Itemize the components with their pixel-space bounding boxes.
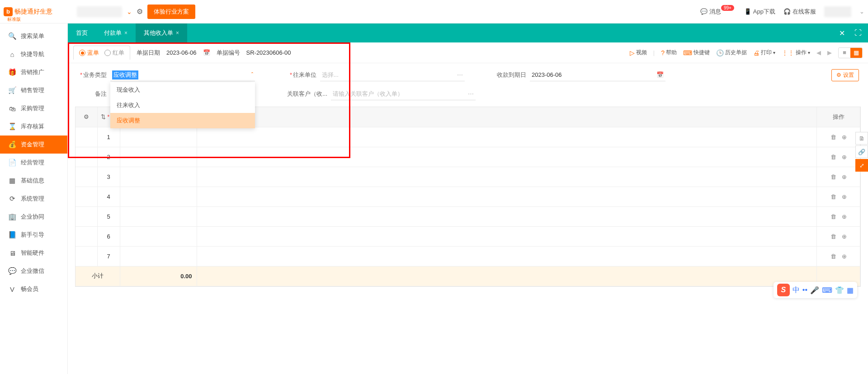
- row-amount-cell[interactable]: [120, 226, 197, 246]
- ime-menu-icon[interactable]: ▦: [847, 286, 854, 295]
- print-link[interactable]: 🖨打印▾: [753, 49, 775, 56]
- row-blank-cell[interactable]: [197, 147, 817, 167]
- row-blank-cell[interactable]: [197, 187, 817, 206]
- sidebar-item-enterprise[interactable]: 🏢企业协同: [0, 208, 67, 226]
- add-icon[interactable]: ⊕: [842, 193, 847, 200]
- table-row[interactable]: 3🗑⊕: [75, 167, 860, 187]
- sidebar-item-funds[interactable]: 💰资金管理: [0, 136, 67, 154]
- row-amount-cell[interactable]: [120, 167, 197, 187]
- sidebar-item-operation[interactable]: 📄经营管理: [0, 154, 67, 172]
- row-amount-cell[interactable]: [120, 246, 197, 266]
- add-icon[interactable]: ⊕: [842, 173, 847, 180]
- calendar-icon[interactable]: 📅: [656, 71, 664, 78]
- table-row[interactable]: 2🗑⊕: [75, 147, 860, 167]
- ime-mic-icon[interactable]: 🎤: [810, 286, 819, 295]
- table-row[interactable]: 5🗑⊕: [75, 206, 860, 226]
- row-blank-cell[interactable]: [197, 206, 817, 226]
- sidebar-item-guide[interactable]: 📘新手引导: [0, 226, 67, 244]
- online-service-link[interactable]: 🎧 在线客服: [783, 8, 816, 16]
- row-amount-cell[interactable]: [120, 187, 197, 206]
- close-icon[interactable]: ×: [124, 30, 127, 36]
- option-ar-adjust[interactable]: 应收调整: [110, 113, 255, 128]
- sidebar-item-member[interactable]: V畅会员: [0, 280, 67, 298]
- trial-industry-button[interactable]: 体验行业方案: [147, 5, 195, 19]
- add-icon[interactable]: ⊕: [842, 134, 847, 140]
- tab-other-income[interactable]: 其他收入单×: [136, 23, 187, 42]
- sidebar-item-wechat[interactable]: 💬企业微信: [0, 262, 67, 280]
- option-cash-income[interactable]: 现金收入: [110, 82, 255, 98]
- row-amount-cell[interactable]: [120, 147, 197, 167]
- row-blank-cell[interactable]: [197, 167, 817, 187]
- table-row[interactable]: 6🗑⊕: [75, 226, 860, 246]
- delete-icon[interactable]: 🗑: [830, 154, 836, 160]
- link-tool[interactable]: 🔗: [855, 145, 868, 158]
- sidebar-item-inventory[interactable]: ⌛库存核算: [0, 117, 67, 136]
- delete-icon[interactable]: 🗑: [830, 134, 836, 140]
- table-row[interactable]: 1🗑⊕: [75, 127, 860, 147]
- sidebar-item-hardware[interactable]: 🖥智能硬件: [0, 244, 67, 262]
- list-view-button[interactable]: ≡: [839, 48, 850, 58]
- biz-type-dropdown[interactable]: 应收调整 ˆ 现金收入 往来收入 应收调整: [110, 69, 255, 81]
- ime-lang-label[interactable]: 中: [793, 285, 800, 295]
- partner-input[interactable]: 选择... ⋯: [320, 69, 465, 81]
- add-icon[interactable]: ⊕: [842, 154, 847, 160]
- sidebar-item-search[interactable]: 🔍搜索菜单: [0, 27, 67, 45]
- row-amount-cell[interactable]: [120, 127, 197, 147]
- radio-red[interactable]: 红单: [104, 49, 124, 57]
- delete-icon[interactable]: 🗑: [830, 253, 836, 260]
- prev-button[interactable]: ◀: [816, 49, 821, 56]
- tab-payment[interactable]: 付款单×: [96, 23, 136, 42]
- more-icon[interactable]: ⋯: [468, 90, 474, 97]
- close-icon[interactable]: ×: [176, 30, 179, 36]
- tab-home[interactable]: 首页: [68, 23, 96, 42]
- gear-icon[interactable]: ⚙: [137, 7, 143, 16]
- ime-punct-icon[interactable]: ••: [802, 286, 807, 294]
- fullscreen-button[interactable]: ⛶: [852, 27, 864, 39]
- row-blank-cell[interactable]: [197, 226, 817, 246]
- row-blank-cell[interactable]: [197, 246, 817, 266]
- next-button[interactable]: ▶: [827, 49, 832, 56]
- history-link[interactable]: 🕒历史单据: [716, 49, 747, 56]
- sidebar-item-system[interactable]: ⟳系统管理: [0, 190, 67, 208]
- ime-logo-icon[interactable]: S: [777, 284, 790, 296]
- delete-icon[interactable]: 🗑: [830, 213, 836, 220]
- add-icon[interactable]: ⊕: [842, 213, 847, 220]
- delete-icon[interactable]: 🗑: [830, 173, 836, 180]
- user-avatar-blur[interactable]: [824, 6, 851, 17]
- add-icon[interactable]: ⊕: [842, 233, 847, 240]
- option-ar-income[interactable]: 往来收入: [110, 98, 255, 113]
- doc-date-value[interactable]: 2023-06-06: [166, 49, 197, 56]
- ime-keyboard-icon[interactable]: ⌨: [822, 286, 832, 295]
- rel-customer-input[interactable]: 请输入关联客户（收入单） ⋯: [331, 88, 476, 100]
- ime-skin-icon[interactable]: 👕: [835, 286, 844, 295]
- close-all-button[interactable]: ✕: [835, 27, 848, 39]
- calendar-icon[interactable]: 📅: [203, 49, 210, 56]
- messages-link[interactable]: 💬 消息 99+: [700, 8, 736, 16]
- more-icon[interactable]: ⋯: [457, 71, 463, 78]
- chevron-down-icon[interactable]: ⌄: [127, 8, 132, 15]
- sidebar-item-quicknav[interactable]: ⌂快捷导航: [0, 45, 67, 63]
- settings-button[interactable]: ⚙设置: [831, 69, 859, 81]
- chevron-down-icon[interactable]: ⌄: [859, 8, 864, 15]
- radio-blue[interactable]: 蓝单: [79, 49, 99, 57]
- delete-icon[interactable]: 🗑: [830, 193, 836, 200]
- sidebar-item-basicinfo[interactable]: ▦基础信息: [0, 172, 67, 190]
- shortcut-link[interactable]: ⌨快捷键: [683, 49, 710, 56]
- note-tool[interactable]: 🗎: [855, 132, 868, 145]
- add-icon[interactable]: ⊕: [842, 253, 847, 260]
- row-amount-cell[interactable]: [120, 206, 197, 226]
- sidebar-item-marketing[interactable]: 🎁营销推广: [0, 63, 67, 81]
- card-view-button[interactable]: ▦: [850, 48, 862, 58]
- sidebar-item-sales[interactable]: 🛒销售管理: [0, 81, 67, 99]
- table-row[interactable]: 7🗑⊕: [75, 246, 860, 266]
- table-row[interactable]: 4🗑⊕: [75, 187, 860, 206]
- org-selector-blur[interactable]: [77, 6, 122, 17]
- video-link[interactable]: ▷视频: [630, 49, 647, 56]
- delete-icon[interactable]: 🗑: [830, 233, 836, 240]
- app-download-link[interactable]: 📱 App下载: [744, 8, 775, 16]
- gear-column-header[interactable]: ⚙: [75, 107, 97, 127]
- sidebar-item-purchase[interactable]: 🛍采购管理: [0, 99, 67, 117]
- row-blank-cell[interactable]: [197, 127, 817, 147]
- due-date-input[interactable]: 2023-06-06 📅: [530, 69, 665, 81]
- help-link[interactable]: ?帮助: [661, 49, 677, 56]
